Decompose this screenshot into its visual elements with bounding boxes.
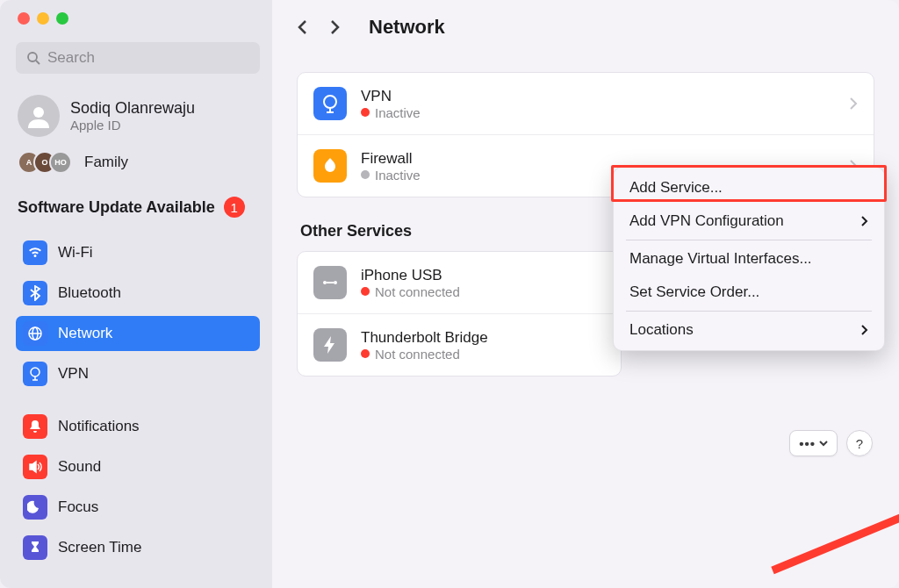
search-placeholder: Search [47, 49, 95, 67]
service-row-vpn[interactable]: VPN Inactive [298, 73, 874, 135]
annotation-arrow [764, 439, 899, 579]
ellipsis-icon: ••• [799, 436, 816, 451]
thunderbolt-icon [313, 328, 347, 362]
status-dot-icon [361, 349, 370, 358]
family-label: Family [84, 154, 128, 171]
sidebar-item-label: VPN [58, 365, 89, 383]
svg-line-15 [773, 455, 899, 570]
more-actions-menu: Add Service... Add VPN Configuration Man… [613, 167, 885, 351]
service-row-iphone-usb[interactable]: iPhone USB Not connected [298, 252, 621, 314]
svg-point-9 [324, 96, 336, 108]
vpn-service-icon [313, 87, 347, 120]
main-content: Network VPN Inactive Firewall Inactive [272, 0, 899, 588]
svg-point-6 [31, 368, 40, 376]
globe-icon [23, 321, 47, 346]
update-label: Software Update Available [18, 198, 215, 217]
sidebar-item-label: Wi-Fi [58, 244, 93, 262]
help-button[interactable]: ? [846, 430, 873, 456]
family-row[interactable]: A O HO Family [16, 147, 260, 177]
chevron-down-icon [819, 440, 828, 447]
close-window-button[interactable] [18, 12, 30, 25]
service-status: Not connected [361, 347, 605, 362]
sidebar: Search Sodiq Olanrewaju Apple ID A O HO … [0, 0, 272, 588]
svg-point-12 [323, 281, 327, 284]
minimize-window-button[interactable] [37, 12, 49, 25]
service-row-thunderbolt[interactable]: Thunderbolt Bridge Not connected [298, 314, 621, 376]
sidebar-item-label: Network [58, 325, 112, 342]
person-icon [25, 102, 53, 130]
service-name: iPhone USB [361, 267, 605, 284]
update-badge: 1 [224, 197, 245, 218]
menu-item-add-vpn-config[interactable]: Add VPN Configuration [614, 204, 884, 238]
sidebar-item-network[interactable]: Network [16, 316, 260, 351]
sidebar-item-screen-time[interactable]: Screen Time [16, 530, 260, 565]
sidebar-item-focus[interactable]: Focus [16, 490, 260, 525]
sidebar-item-bluetooth[interactable]: Bluetooth [16, 276, 260, 311]
status-dot-icon [361, 170, 370, 179]
hourglass-icon [23, 535, 47, 560]
avatar [18, 95, 60, 137]
svg-point-2 [33, 107, 44, 118]
menu-item-add-service[interactable]: Add Service... [614, 171, 884, 204]
wifi-icon [23, 240, 47, 265]
bottom-action-bar: ••• ? [789, 430, 873, 456]
speaker-icon [23, 455, 47, 479]
sidebar-item-label: Screen Time [58, 539, 141, 556]
search-icon [26, 51, 40, 65]
sidebar-item-notifications[interactable]: Notifications [16, 409, 260, 444]
chevron-right-icon [860, 324, 868, 336]
user-info: Sodiq Olanrewaju Apple ID [70, 99, 195, 133]
status-dot-icon [361, 287, 370, 296]
bluetooth-icon [23, 281, 47, 305]
forward-button[interactable] [328, 19, 344, 35]
sidebar-item-sound[interactable]: Sound [16, 449, 260, 484]
firewall-service-icon [313, 149, 347, 183]
bell-icon [23, 414, 47, 439]
service-name: Firewall [361, 150, 835, 168]
chevron-right-icon [860, 215, 868, 227]
sidebar-item-vpn[interactable]: VPN [16, 356, 260, 391]
moon-icon [23, 495, 47, 520]
sidebar-item-wifi[interactable]: Wi-Fi [16, 235, 260, 270]
menu-item-locations[interactable]: Locations [614, 313, 884, 347]
iphone-usb-icon [313, 266, 347, 299]
more-actions-button[interactable]: ••• [789, 430, 838, 456]
sidebar-item-label: Focus [58, 498, 98, 516]
user-name: Sodiq Olanrewaju [70, 99, 195, 118]
header: Network [297, 16, 874, 39]
status-dot-icon [361, 108, 370, 117]
service-status: Not connected [361, 284, 605, 299]
apple-id-row[interactable]: Sodiq Olanrewaju Apple ID [16, 93, 260, 139]
sidebar-item-label: Sound [58, 458, 101, 476]
menu-item-manage-virtual[interactable]: Manage Virtual Interfaces... [614, 242, 884, 276]
service-name: Thunderbolt Bridge [361, 329, 605, 347]
menu-item-set-service-order[interactable]: Set Service Order... [614, 276, 884, 309]
user-sub: Apple ID [70, 118, 195, 133]
svg-point-0 [28, 53, 37, 61]
page-title: Network [369, 16, 445, 39]
service-status: Inactive [361, 105, 835, 120]
sidebar-item-label: Notifications [58, 418, 140, 435]
back-button[interactable] [297, 19, 313, 35]
svg-line-1 [36, 61, 40, 64]
svg-point-13 [334, 281, 337, 284]
search-input[interactable]: Search [16, 42, 260, 74]
family-avatars: A O HO [18, 151, 72, 174]
sidebar-item-label: Bluetooth [58, 284, 121, 302]
other-services-panel: iPhone USB Not connected Thunderbolt Bri… [297, 251, 622, 376]
chevron-right-icon [849, 97, 858, 111]
maximize-window-button[interactable] [56, 12, 68, 25]
software-update-row[interactable]: Software Update Available 1 [16, 195, 260, 219]
window-controls [18, 12, 260, 25]
service-name: VPN [361, 88, 835, 105]
vpn-icon [23, 362, 47, 386]
